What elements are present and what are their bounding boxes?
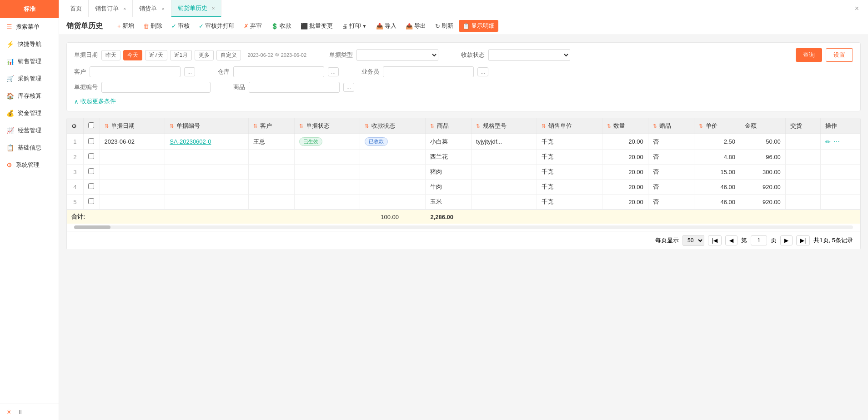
row-checkbox-2[interactable] xyxy=(88,153,94,159)
date-tag-today[interactable]: 今天 xyxy=(123,50,142,60)
export-button[interactable]: 📤 导出 xyxy=(402,20,430,32)
tab-sales-delivery-close[interactable]: × xyxy=(161,6,164,11)
refresh-button[interactable]: ↻ 刷新 xyxy=(431,20,457,32)
payment-status-select[interactable] xyxy=(488,49,570,61)
cell-action-4 xyxy=(820,180,860,195)
row-checkbox-3[interactable] xyxy=(88,168,94,174)
sidebar-item-finance[interactable]: 💰 资金管理 xyxy=(0,105,59,122)
total-qty: 100.00 xyxy=(99,214,408,220)
tab-sales-history-close[interactable]: × xyxy=(212,5,215,11)
col-date[interactable]: ⇅ 单据日期 xyxy=(100,118,165,134)
doc-type-select[interactable] xyxy=(356,49,438,61)
sidebar-icon-2[interactable]: ⏸ xyxy=(17,409,23,415)
last-page-btn[interactable]: ▶| xyxy=(796,235,810,245)
cell-checkbox-5[interactable] xyxy=(83,195,100,210)
col-qty[interactable]: ⇅ 数量 xyxy=(602,118,648,134)
sidebar-item-purchase-mgmt[interactable]: 🛒 采购管理 xyxy=(0,70,59,87)
col-customer[interactable]: ⇅ 客户 xyxy=(249,118,295,134)
sidebar-item-system-mgmt[interactable]: ⚙ 系统管理 xyxy=(0,156,59,174)
audit-print-button[interactable]: ✓ 审核并打印 xyxy=(195,20,238,32)
sidebar-item-label: 资金管理 xyxy=(18,109,41,117)
next-page-btn[interactable]: ▶ xyxy=(780,235,793,245)
tab-home[interactable]: 首页 xyxy=(64,0,89,17)
scrollbar-track[interactable] xyxy=(74,225,853,229)
collapse-button[interactable]: ∧ 收起更多条件 xyxy=(74,97,853,105)
sidebar-item-sales-mgmt[interactable]: 📊 销售管理 xyxy=(0,53,59,70)
quick-nav-icon: ⚡ xyxy=(6,40,14,48)
close-all-tabs[interactable]: × xyxy=(850,5,863,13)
prev-page-btn[interactable]: ◀ xyxy=(725,235,738,245)
row-checkbox-4[interactable] xyxy=(88,183,94,189)
col-unit[interactable]: ⇅ 销售单位 xyxy=(537,118,602,134)
date-tag-yesterday[interactable]: 昨天 xyxy=(101,50,120,60)
set-button[interactable]: 设置 xyxy=(826,48,853,62)
scrollbar-thumb[interactable] xyxy=(74,225,110,229)
date-tag-7days[interactable]: 近7天 xyxy=(145,50,167,60)
more-icon-1[interactable]: ⋯ xyxy=(833,138,840,145)
cell-doc-status-4 xyxy=(295,180,360,195)
col-doc-status[interactable]: ⇅ 单据状态 xyxy=(295,118,360,134)
col-settings[interactable]: ⚙ xyxy=(67,118,83,134)
sidebar-item-basic-info[interactable]: 📋 基础信息 xyxy=(0,139,59,156)
date-tag-1month[interactable]: 近1月 xyxy=(170,50,192,60)
sort-payment-status-icon: ⇅ xyxy=(365,123,369,129)
cell-unit-2: 千克 xyxy=(537,150,602,165)
staff-input[interactable] xyxy=(383,66,474,77)
warehouse-picker-btn[interactable]: ... xyxy=(328,67,339,76)
customer-input[interactable] xyxy=(90,66,181,77)
select-all-checkbox[interactable] xyxy=(88,122,94,128)
sidebar-item-operation[interactable]: 📈 经营管理 xyxy=(0,122,59,139)
col-spec[interactable]: ⇅ 规格型号 xyxy=(472,118,537,134)
search-menu-icon: ☰ xyxy=(6,23,12,30)
edit-icon-1[interactable]: ✏ xyxy=(825,138,831,145)
show-detail-icon: 📋 xyxy=(462,23,470,30)
cell-qty-2: 20.00 xyxy=(602,150,648,165)
new-button[interactable]: + 新增 xyxy=(114,20,138,32)
col-payment-status[interactable]: ⇅ 收款状态 xyxy=(360,118,426,134)
collect-button[interactable]: 💲 收款 xyxy=(267,20,295,32)
tab-sales-delivery[interactable]: 销货单 × xyxy=(133,0,171,17)
col-doc-no[interactable]: ⇅ 单据编号 xyxy=(165,118,249,134)
doc-no-input[interactable] xyxy=(101,82,211,93)
sidebar-icon-1[interactable]: ☀ xyxy=(6,409,12,415)
staff-picker-btn[interactable]: ... xyxy=(477,67,488,76)
sidebar-item-label: 经营管理 xyxy=(18,126,41,135)
query-button[interactable]: 查询 xyxy=(796,48,822,62)
cell-gift-4: 否 xyxy=(648,180,694,195)
print-button[interactable]: 🖨 打印 ▼ xyxy=(338,20,371,32)
cell-doc-no-1[interactable]: SA-20230602-0 xyxy=(165,134,249,150)
row-checkbox-5[interactable] xyxy=(88,198,94,204)
audit-button[interactable]: ✓ 审核 xyxy=(168,20,193,32)
sort-doc-status-icon: ⇅ xyxy=(299,123,303,129)
customer-picker-btn[interactable]: ... xyxy=(184,67,195,76)
product-input[interactable] xyxy=(249,82,340,93)
page-size-select[interactable]: 50 xyxy=(682,235,704,246)
col-product[interactable]: ⇅ 商品 xyxy=(425,118,471,134)
col-gift[interactable]: ⇅ 赠品 xyxy=(648,118,694,134)
warehouse-input[interactable] xyxy=(233,66,324,77)
date-tag-custom[interactable]: 自定义 xyxy=(216,50,241,60)
sidebar-item-quick-nav[interactable]: ⚡ 快捷导航 xyxy=(0,35,59,53)
show-detail-button[interactable]: 📋 显示明细 xyxy=(459,20,498,32)
col-unit-price[interactable]: ⇅ 单价 xyxy=(694,118,740,134)
sidebar-item-search-menu[interactable]: ☰ 搜索菜单 xyxy=(0,18,59,35)
cell-checkbox-3[interactable] xyxy=(83,165,100,180)
sidebar-item-inventory[interactable]: 🏠 库存核算 xyxy=(0,87,59,105)
tab-sales-history[interactable]: 销货单历史 × xyxy=(171,0,221,17)
import-button[interactable]: 📥 导入 xyxy=(372,20,400,32)
tab-sales-order[interactable]: 销售订单 × xyxy=(89,0,133,17)
cell-checkbox-2[interactable] xyxy=(83,150,100,165)
cell-checkbox-4[interactable] xyxy=(83,180,100,195)
first-page-btn[interactable]: |◀ xyxy=(708,235,722,245)
row-checkbox-1[interactable] xyxy=(88,138,94,144)
discard-icon: ✗ xyxy=(244,23,249,30)
page-number-input[interactable] xyxy=(751,235,767,245)
delete-button[interactable]: 🗑 删除 xyxy=(140,20,166,32)
batch-change-button[interactable]: ⬛ 批量变更 xyxy=(297,20,336,32)
product-picker-btn[interactable]: ... xyxy=(343,83,354,92)
discard-button[interactable]: ✗ 弃审 xyxy=(240,20,266,32)
cell-checkbox-1[interactable] xyxy=(83,134,100,150)
tab-sales-order-close[interactable]: × xyxy=(123,6,126,11)
cell-product-2: 西兰花 xyxy=(425,150,471,165)
date-tag-more[interactable]: 更多 xyxy=(195,50,214,60)
